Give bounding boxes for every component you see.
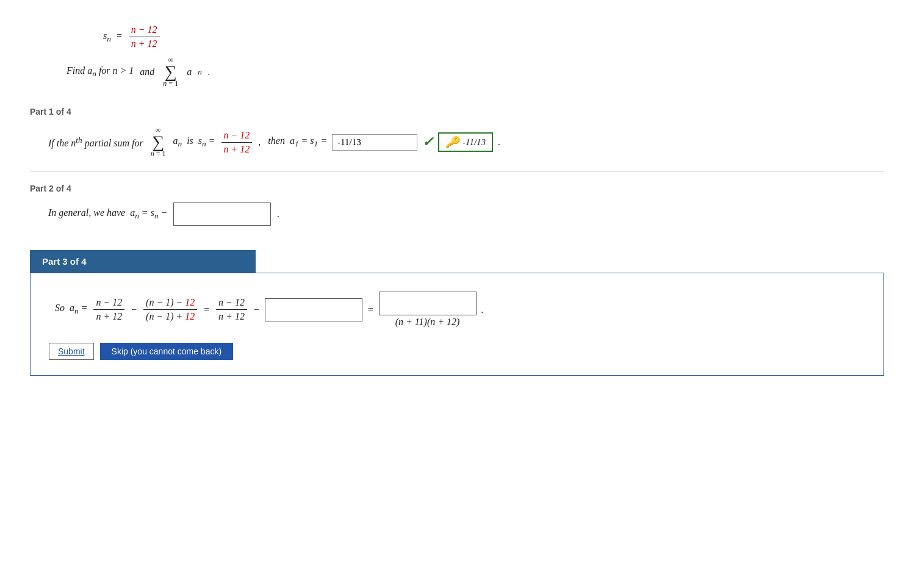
part1-then: then a1 = s1 = [265, 135, 327, 149]
part3-frac2-den: (n − 1) + 12 [143, 310, 197, 322]
part3-frac3-den: n + 12 [216, 310, 247, 322]
part3-frac1: n − 12 n + 12 [93, 297, 124, 322]
part3-answer-den: (n + 11)(n + 12) [379, 315, 477, 328]
part2-header: Part 2 of 4 [30, 184, 884, 193]
part3-frac1-num: n − 12 [93, 297, 124, 310]
part3-wrapper: Part 3 of 4 So an = n − 12 n + 12 − (n −… [30, 250, 884, 376]
part3-period: . [481, 304, 484, 315]
part1-content: If the nth partial sum for ∞ ∑ n = 1 an … [48, 126, 884, 159]
part3-frac3-num: n − 12 [216, 297, 247, 310]
find-text: Find an for n > 1 [67, 65, 134, 79]
part2-blank[interactable] [173, 203, 271, 226]
part1-frac-den: n + 12 [221, 143, 253, 155]
part3-formula: So an = n − 12 n + 12 − (n − 1) − 12 (n … [55, 292, 865, 328]
find-an: a [187, 66, 192, 77]
skip-button[interactable]: Skip (you cannot come back) [100, 343, 234, 360]
part3-blank2[interactable] [379, 292, 477, 315]
part1-fraction: n − 12 n + 12 [221, 130, 253, 155]
part3-box: So an = n − 12 n + 12 − (n − 1) − 12 (n … [30, 273, 884, 376]
part3-eq3: = [367, 304, 374, 315]
part1-frac-num: n − 12 [221, 130, 253, 143]
and-text: and [140, 66, 154, 77]
part2-text: In general, we have an = sn − [48, 207, 167, 221]
part3-minus2: − [253, 304, 260, 315]
part3-eq2: = [203, 304, 210, 315]
submit-button[interactable]: Submit [49, 343, 94, 360]
sigma-symbol: ∞ ∑ n = 1 [163, 56, 178, 88]
checkmark-icon: ✓ [422, 134, 433, 150]
part3-frac2: (n − 1) − 12 (n − 1) + 12 [143, 297, 197, 322]
part2-period: . [277, 209, 279, 220]
page-container: sn = n − 12 n + 12 Find an for n > 1 and… [30, 24, 884, 376]
part1-period: . [498, 137, 500, 148]
top-frac-den: n + 12 [129, 37, 160, 49]
button-row: Submit Skip (you cannot come back) [49, 343, 865, 360]
top-fraction: n − 12 n + 12 [129, 24, 160, 49]
part3-frac1-den: n + 12 [93, 310, 124, 322]
part3-blank1[interactable] [265, 298, 362, 321]
divider1 [30, 171, 884, 171]
part3-frac2-num: (n − 1) − 12 [143, 297, 197, 310]
part1-comma: , [258, 137, 261, 148]
part3-frac-answer: (n + 11)(n + 12) [379, 292, 477, 328]
part1-header: Part 1 of 4 [30, 107, 884, 117]
top-frac-num: n − 12 [129, 24, 160, 37]
part1-text1: If the nth partial sum for [48, 135, 143, 149]
key-value: -11/13 [462, 137, 486, 148]
part3-frac3: n − 12 n + 12 [216, 297, 247, 322]
part3-so: So an = [55, 303, 87, 316]
top-formula: sn = n − 12 n + 12 [103, 24, 884, 49]
find-an-sub: n [198, 67, 202, 77]
key-icon: 🔑 [445, 135, 459, 149]
part1-is: is sn = [187, 135, 215, 149]
part1-an: an [173, 135, 182, 149]
find-line: Find an for n > 1 and ∞ ∑ n = 1 an. [67, 56, 884, 88]
key-badge: 🔑 -11/13 [438, 132, 493, 152]
sn-sub: n [107, 34, 111, 43]
part3-header: Part 3 of 4 [30, 250, 256, 273]
part2-content: In general, we have an = sn − . [48, 203, 884, 226]
part1-sigma: ∞ ∑ n = 1 [151, 126, 166, 159]
part1-answer-input[interactable]: -11/13 [332, 134, 417, 151]
part3-minus1: − [131, 304, 137, 315]
